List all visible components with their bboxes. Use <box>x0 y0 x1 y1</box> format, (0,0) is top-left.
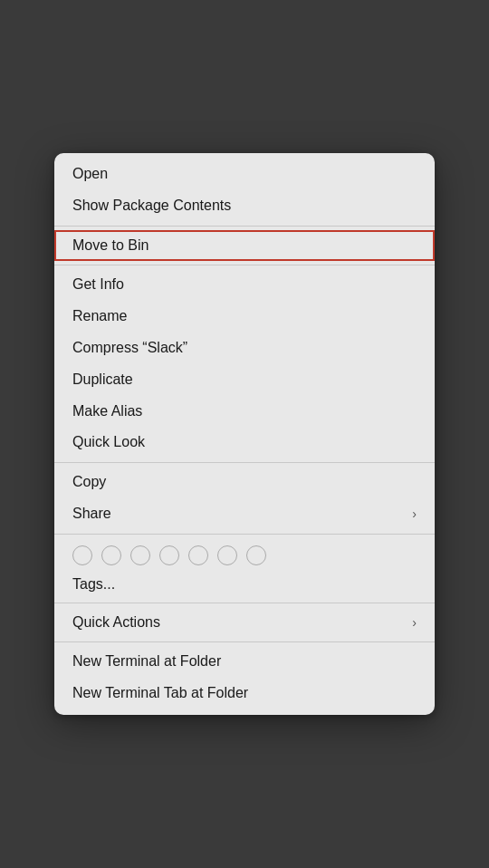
menu-item-show-package-contents-label: Show Package Contents <box>72 197 231 216</box>
menu-item-duplicate-label: Duplicate <box>72 371 133 390</box>
tag-circle-1[interactable] <box>72 545 92 565</box>
separator-6 <box>54 641 435 642</box>
menu-item-make-alias-label: Make Alias <box>72 402 142 421</box>
separator-1 <box>54 226 435 227</box>
menu-item-quick-look-label: Quick Look <box>72 433 145 452</box>
menu-item-move-to-bin[interactable]: Move to Bin <box>54 230 435 262</box>
menu-item-get-info[interactable]: Get Info <box>54 269 435 301</box>
tag-circle-2[interactable] <box>101 545 121 565</box>
menu-item-compress-label: Compress “Slack” <box>72 339 187 358</box>
menu-item-quick-actions[interactable]: Quick Actions › <box>54 607 435 639</box>
menu-item-tags[interactable]: Tags... <box>54 573 435 599</box>
menu-item-move-to-bin-label: Move to Bin <box>72 236 149 256</box>
separator-5 <box>54 603 435 603</box>
menu-item-new-terminal[interactable]: New Terminal at Folder <box>54 646 435 678</box>
quick-actions-submenu-chevron: › <box>412 614 417 631</box>
context-menu: Open Show Package Contents Move to Bin G… <box>54 153 435 715</box>
menu-item-share[interactable]: Share › <box>54 498 435 530</box>
menu-item-get-info-label: Get Info <box>72 275 124 294</box>
separator-3 <box>54 462 435 463</box>
menu-item-copy-label: Copy <box>72 473 106 492</box>
menu-item-compress[interactable]: Compress “Slack” <box>54 333 435 364</box>
menu-item-open[interactable]: Open <box>54 159 435 190</box>
menu-item-make-alias[interactable]: Make Alias <box>54 396 435 428</box>
menu-item-rename[interactable]: Rename <box>54 301 435 333</box>
tags-circles-row <box>54 538 435 573</box>
menu-item-open-label: Open <box>72 165 108 184</box>
menu-item-new-terminal-tab[interactable]: New Terminal Tab at Folder <box>54 678 435 709</box>
tag-circle-3[interactable] <box>130 545 150 565</box>
menu-item-quick-actions-label: Quick Actions <box>72 613 160 632</box>
menu-item-quick-look[interactable]: Quick Look <box>54 427 435 458</box>
tag-circle-7[interactable] <box>246 545 266 565</box>
menu-item-show-package-contents[interactable]: Show Package Contents <box>54 190 435 222</box>
menu-item-new-terminal-label: New Terminal at Folder <box>72 652 221 671</box>
separator-2 <box>54 265 435 265</box>
menu-item-rename-label: Rename <box>72 307 127 326</box>
menu-item-tags-label: Tags... <box>72 576 115 592</box>
separator-4 <box>54 534 435 535</box>
menu-item-new-terminal-tab-label: New Terminal Tab at Folder <box>72 684 248 703</box>
tag-circle-4[interactable] <box>159 545 179 565</box>
share-submenu-chevron: › <box>412 506 417 522</box>
tag-circle-5[interactable] <box>188 545 208 565</box>
menu-item-duplicate[interactable]: Duplicate <box>54 364 435 396</box>
menu-item-share-label: Share <box>72 505 111 524</box>
tag-circle-6[interactable] <box>217 545 237 565</box>
menu-item-copy[interactable]: Copy <box>54 467 435 498</box>
